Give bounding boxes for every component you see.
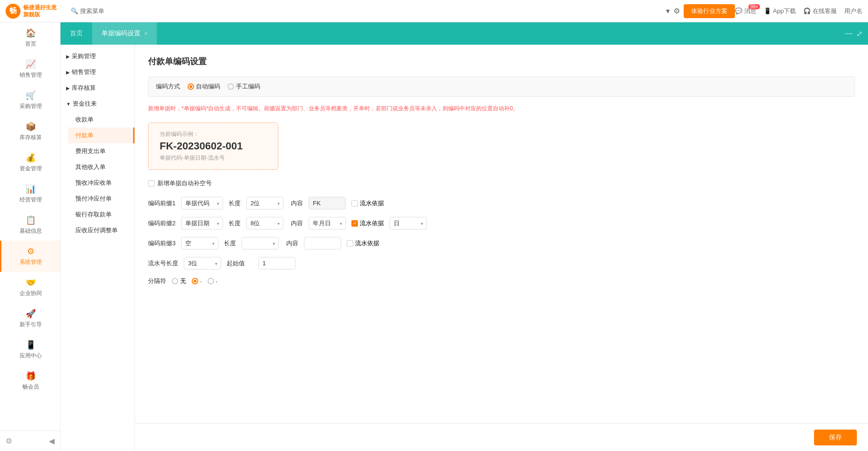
subnav-purchase-arrow: ▶	[66, 54, 70, 59]
gear-button[interactable]: ⚙	[673, 7, 680, 15]
auto-fill-row: 新增单据自动补空号	[148, 179, 855, 188]
separator-row: 分隔符 无 · ·	[148, 277, 855, 285]
prefix3-length-wrapper: ▾	[242, 237, 279, 249]
sidebar-item-label: 首页	[25, 40, 36, 48]
form-area: 付款单编码设置 编码方式 自动编码 手工编码	[135, 45, 868, 423]
sep-dash-radio[interactable]: ·	[208, 278, 218, 285]
prefix3-length-select[interactable]	[242, 237, 279, 249]
headset-icon: 🎧	[803, 7, 811, 14]
message-button[interactable]: 💬 消息 99+	[735, 7, 756, 15]
auto-fill-checkbox[interactable]	[148, 180, 155, 187]
sidebar-item-system[interactable]: ⚙ 系统管理	[0, 241, 60, 272]
serial-length-label: 流水号长度	[148, 259, 178, 268]
serial-length-select[interactable]: 3位	[184, 257, 221, 269]
tab-encode-settings[interactable]: 单据编码设置 ×	[92, 22, 157, 45]
prefix3-select[interactable]: 空	[181, 237, 218, 249]
subnav-inventory-arrow: ▶	[66, 86, 70, 91]
subnav-purchase[interactable]: ▶ 采购管理	[61, 48, 135, 64]
prefix3-select-wrapper: 空 ▾	[181, 237, 218, 249]
prefix2-period-wrapper: 日 ▾	[390, 217, 427, 229]
subnav-sales[interactable]: ▶ 销售管理	[61, 64, 135, 80]
subnav-bank[interactable]: 银行存取款单	[68, 207, 135, 222]
sep-dot-radio[interactable]: ·	[192, 278, 202, 285]
tab-bar-right: — ⤢	[840, 29, 868, 38]
sidebar-item-label: 新手引导	[20, 321, 42, 329]
prefix2-period-select[interactable]: 日	[390, 217, 427, 229]
tab-home[interactable]: 首页	[61, 22, 92, 45]
sales-icon: 📈	[26, 59, 36, 69]
content-area: 首页 单据编码设置 × — ⤢ ▶ 采购管理 ▶ 销售管理	[61, 22, 868, 451]
prefix1-length-select[interactable]: 2位	[246, 197, 283, 209]
subnav-inventory[interactable]: ▶ 库存核算	[61, 80, 135, 96]
sidebar-item-home[interactable]: 🏠 首页	[0, 22, 60, 54]
sidebar-item-guide[interactable]: 🚀 新手引导	[0, 303, 60, 334]
middle-layout: ▶ 采购管理 ▶ 销售管理 ▶ 库存核算 ▼ 资金往来 收款单	[61, 45, 868, 451]
prefix2-watermark-checkbox[interactable]: ✓	[351, 220, 358, 227]
sidebar-item-purchase[interactable]: 🛒 采购管理	[0, 85, 60, 116]
auto-encode-radio[interactable]: 自动编码	[188, 82, 220, 91]
subnav-expense[interactable]: 费用支出单	[68, 143, 135, 159]
prefix3-label: 编码前缀3	[148, 239, 175, 248]
sidebar-item-finance[interactable]: 💰 资金管理	[0, 147, 60, 178]
logo: 畅 畅捷通好生意 旗舰版	[6, 4, 61, 19]
prefix2-length-label: 长度	[229, 219, 241, 228]
purchase-icon: 🛒	[26, 90, 36, 101]
tab-close-icon[interactable]: ×	[144, 30, 148, 37]
prefix3-content-input[interactable]	[304, 237, 341, 249]
prefix3-length-label: 长度	[224, 239, 236, 248]
prefix2-select[interactable]: 单据日期	[181, 217, 223, 229]
prefix1-watermark-checkbox[interactable]	[351, 200, 358, 207]
save-button[interactable]: 保存	[814, 430, 857, 445]
topbar: 畅 畅捷通好生意 旗舰版 🔍 搜索菜单 ▾ ⚙ 体验行业方案 💬 消息 99+ …	[0, 0, 868, 22]
sidebar-item-member[interactable]: 🎁 畅会员	[0, 365, 60, 397]
app-download-button[interactable]: 📱 App下载	[764, 7, 796, 15]
sidebar-item-sales[interactable]: 📈 销售管理	[0, 54, 60, 85]
prefix2-content-select[interactable]: 年月日	[309, 217, 346, 229]
search-menu[interactable]: 🔍 搜索菜单	[71, 7, 104, 15]
topbar-dropdown[interactable]: ▾	[666, 7, 670, 15]
subnav-payment[interactable]: 付款单	[68, 128, 135, 143]
sidebar-item-base[interactable]: 📋 基础信息	[0, 209, 60, 241]
service-button[interactable]: 🎧 在线客服	[803, 7, 837, 15]
sidebar-item-enterprise[interactable]: 🤝 企业协同	[0, 272, 60, 303]
sidebar-item-app[interactable]: 📱 应用中心	[0, 334, 60, 365]
example-desc: 单据代码-单据日期-流水号	[160, 154, 267, 162]
subnav-other-income[interactable]: 其他收入单	[68, 159, 135, 175]
user-name[interactable]: 用户名	[844, 7, 862, 15]
sep-none-radio[interactable]: 无	[172, 277, 186, 285]
subnav-receipt[interactable]: 收款单	[68, 112, 135, 128]
sep-none-circle	[172, 278, 178, 284]
sidebar-item-inventory[interactable]: 📦 库存核算	[0, 116, 60, 147]
sub-nav: ▶ 采购管理 ▶ 销售管理 ▶ 库存核算 ▼ 资金往来 收款单	[61, 45, 135, 451]
prefix1-select[interactable]: 单据代码	[181, 197, 223, 209]
tab-bar: 首页 单据编码设置 × — ⤢	[61, 22, 868, 45]
collapse-icon[interactable]: ◀	[49, 437, 54, 445]
start-value-input[interactable]	[258, 257, 296, 269]
settings-bottom-icon[interactable]: ⚙	[6, 437, 12, 445]
prefix1-content-label: 内容	[291, 199, 303, 208]
subnav-advance-payment[interactable]: 预付冲应付单	[68, 191, 135, 207]
prefix2-select-wrapper: 单据日期 ▾	[181, 217, 223, 229]
sidebar-item-operation[interactable]: 📊 经营管理	[0, 178, 60, 209]
sidebar-item-label: 库存核算	[20, 134, 42, 141]
prefix1-select-wrapper: 单据代码 ▾	[181, 197, 223, 209]
enterprise-icon: 🤝	[26, 277, 36, 288]
example-prefix-label: 当前编码示例：	[160, 130, 267, 138]
subnav-capital[interactable]: ▼ 资金往来	[61, 96, 135, 112]
subnav-advance-receipt[interactable]: 预收冲应收单	[68, 175, 135, 191]
prefix2-content-wrapper: 年月日 ▾	[309, 217, 346, 229]
subnav-capital-children: 收款单 付款单 费用支出单 其他收入单 预收冲应收单 预付冲	[61, 112, 135, 238]
prefix2-length-select[interactable]: 8位	[246, 217, 283, 229]
auto-encode-circle	[188, 83, 194, 90]
experience-button[interactable]: 体验行业方案	[684, 4, 735, 18]
prefix3-watermark-checkbox[interactable]	[347, 240, 353, 247]
prefix3-watermark-label: 流水依据	[347, 239, 379, 248]
logo-text: 畅捷通好生意 旗舰版	[23, 4, 57, 18]
tab-expand-icon[interactable]: ⤢	[856, 29, 862, 38]
subnav-adjust[interactable]: 应收应付调整单	[68, 222, 135, 238]
tab-minimize-icon[interactable]: —	[845, 29, 853, 38]
bottom-bar: 保存	[135, 423, 868, 451]
page-title: 付款单编码设置	[148, 56, 855, 67]
manual-encode-radio[interactable]: 手工编码	[228, 82, 260, 91]
prefix1-content-input[interactable]	[309, 197, 346, 209]
